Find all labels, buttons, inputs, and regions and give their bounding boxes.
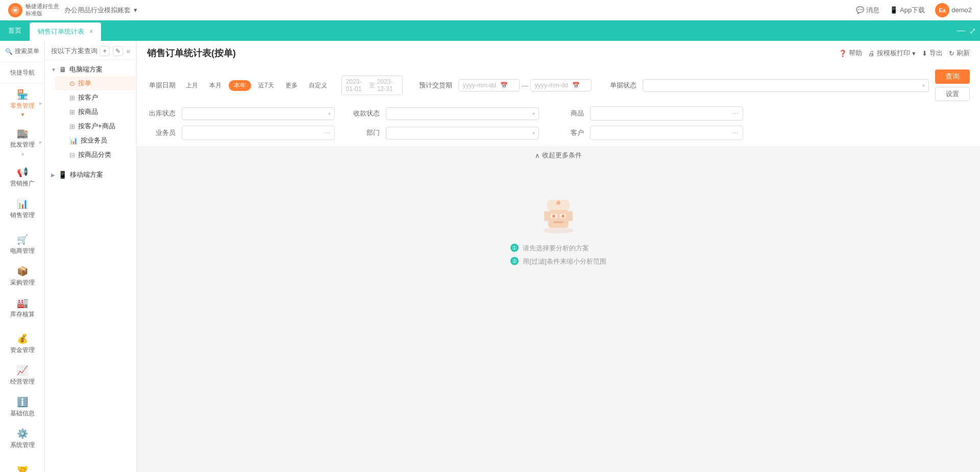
inventory-icon: 🏭: [17, 297, 28, 309]
search-menu-button[interactable]: 🔍 搜索菜单: [5, 45, 39, 58]
scheme-item-by-order[interactable]: ⊙ 按单: [55, 76, 136, 90]
scheme-item-by-goods[interactable]: ⊞ 按商品: [55, 105, 136, 119]
tab-sales-label: 销售订单统计表: [38, 27, 84, 36]
receipt-status-select[interactable]: [386, 107, 539, 120]
tab-sales-order[interactable]: 销售订单统计表 ×: [30, 22, 101, 41]
svg-point-1: [543, 227, 574, 233]
query-button[interactable]: 查询: [935, 69, 970, 84]
collapse-row: ∧ 收起更多条件: [137, 147, 980, 164]
svg-point-11: [556, 201, 560, 205]
scheme-collapse-button[interactable]: «: [126, 47, 130, 55]
shortcut-this-month[interactable]: 本月: [205, 80, 226, 91]
scheme-sub-group: ⊙ 按单 ⊞ 按客户 ⊞ 按商品 ⊞: [45, 76, 136, 162]
app-icon: 📱: [890, 6, 898, 14]
sidebar-item-inventory[interactable]: 🏭 库存核算: [0, 292, 44, 324]
filter-row-2: 出库状态 ▾ 收款状态 ▾ 商品: [147, 106, 970, 121]
sidebar-item-ecommerce[interactable]: 🛒 电商管理: [0, 229, 44, 261]
logo-text: 畅捷通好生意 标准版: [26, 3, 59, 16]
scheme-salesperson-icon: 📊: [69, 137, 78, 145]
scheme-item-label: 按客户: [78, 93, 98, 102]
customer-input-wrap[interactable]: ···: [590, 126, 743, 140]
main-content: 销售订单统计表(按单) ❓ 帮助 🖨 按模板打印 ▾ ⬇ 导出: [137, 41, 980, 472]
help-button[interactable]: ❓ 帮助: [839, 49, 862, 58]
settings-button[interactable]: 设置: [935, 87, 970, 101]
breadcrumb[interactable]: 办公用品行业模拟账套 ▾: [64, 6, 137, 15]
goods-input-wrap[interactable]: ···: [590, 106, 743, 121]
export-button[interactable]: ⬇ 导出: [922, 49, 943, 58]
sidebar-item-basic-info[interactable]: ℹ️ 基础信息: [0, 391, 44, 423]
scheme-panel-title: 按以下方案查询: [51, 46, 97, 56]
export-label: 导出: [929, 49, 943, 58]
sidebar-item-wholesale[interactable]: 🏬 批发管理 ▲: [0, 123, 44, 161]
sidebar-item-operations[interactable]: 📈 经营管理: [0, 360, 44, 391]
sidebar-item-finance[interactable]: 💰 资金管理: [0, 328, 44, 360]
scheme-item-by-category[interactable]: ⊟ 按商品分类: [55, 148, 136, 162]
logo-line2: 标准版: [26, 10, 59, 17]
shortcut-more[interactable]: 更多: [281, 80, 302, 91]
scheme-item-by-salesperson[interactable]: 📊 按业务员: [55, 133, 136, 148]
quick-nav-button[interactable]: 快捷导航: [0, 65, 44, 80]
scheme-panel-header: 按以下方案查询 + ✎ «: [45, 41, 136, 60]
content-area: 按以下方案查询 + ✎ « ▼ 🖥 电脑端方案 ⊙ 按单: [45, 41, 980, 472]
collapse-button[interactable]: ∧ 收起更多条件: [535, 151, 582, 160]
print-label: 按模板打印: [877, 49, 910, 58]
expected-date-start-input[interactable]: yyyy-mm-dd 📅: [458, 79, 520, 91]
sidebar-item-system[interactable]: ⚙️ 系统管理: [0, 423, 44, 455]
dept-select[interactable]: [386, 127, 539, 139]
marketing-icon: 📢: [17, 167, 28, 178]
user-area[interactable]: Ea demo2: [935, 3, 972, 17]
sidebar-item-purchase[interactable]: 📦 采购管理: [0, 261, 44, 292]
scheme-edit-button[interactable]: ✎: [113, 46, 123, 56]
scheme-item-label: 按客户+商品: [78, 122, 115, 131]
shortcut-this-year[interactable]: 本年: [229, 80, 251, 91]
sidebar-item-retail[interactable]: 🏪 零售管理 ▼: [0, 84, 44, 123]
salesperson-input-wrap[interactable]: ···: [182, 126, 335, 140]
mobile-group-label: 移动端方案: [70, 170, 103, 179]
scheme-mobile-group-header[interactable]: ▶ 📱 移动端方案: [45, 168, 136, 181]
ecommerce-icon: 🛒: [17, 234, 28, 245]
scheme-pc-group-header[interactable]: ▼ 🖥 电脑端方案: [45, 63, 136, 76]
breadcrumb-text: 办公用品行业模拟账套: [64, 6, 131, 15]
shortcut-custom[interactable]: 自定义: [305, 80, 331, 91]
collapse-label: 收起更多条件: [542, 151, 582, 160]
scheme-item-label: 按商品分类: [78, 150, 111, 159]
dept-label: 部门: [351, 128, 380, 137]
svg-point-6: [561, 215, 565, 218]
shortcut-7days[interactable]: 近7天: [254, 80, 278, 91]
empty-illustration: [533, 195, 584, 235]
print-button[interactable]: 🖨 按模板打印 ▾: [868, 49, 916, 58]
sidebar-item-marketing[interactable]: 📢 营销推广: [0, 161, 44, 193]
tab-home[interactable]: 首页: [0, 20, 30, 41]
message-button[interactable]: 💬 消息: [856, 6, 879, 15]
sidebar-item-enterprise[interactable]: 🤝 企业协同: [0, 459, 44, 472]
sidebar-item-sales[interactable]: 📊 销售管理: [0, 193, 44, 225]
avatar: Ea: [935, 3, 949, 17]
scheme-panel-actions: + ✎ «: [100, 46, 130, 56]
purchase-icon: 📦: [17, 266, 28, 277]
customer-dots-icon[interactable]: ···: [732, 128, 739, 137]
svg-rect-2: [548, 210, 569, 228]
expected-date-start-placeholder: yyyy-mm-dd: [463, 82, 496, 89]
wholesale-icon: 🏬: [17, 128, 28, 139]
ship-status-select[interactable]: [182, 107, 335, 120]
tab-bar-actions: — ⤢: [957, 26, 980, 36]
expected-date-end-input[interactable]: yyyy-mm-dd 📅: [530, 79, 592, 91]
salesperson-dots-icon[interactable]: ···: [324, 128, 330, 137]
tip-1-text: 请先选择要分析的方案: [523, 244, 589, 253]
logo-svg: [11, 6, 20, 15]
refresh-button[interactable]: ↻ 刷新: [949, 49, 970, 58]
tab-minimize-icon[interactable]: —: [957, 26, 965, 35]
svg-rect-9: [569, 211, 573, 221]
scheme-item-by-customer-goods[interactable]: ⊞ 按客户+商品: [55, 119, 136, 133]
tab-maximize-icon[interactable]: ⤢: [969, 26, 976, 36]
bill-status-label: 单据状态: [608, 81, 636, 90]
empty-tip-1: ① 请先选择要分析的方案: [510, 244, 606, 253]
tab-close-icon[interactable]: ×: [89, 28, 93, 35]
app-download-button[interactable]: 📱 App下载: [890, 6, 925, 15]
shortcut-last-month[interactable]: 上月: [182, 80, 202, 91]
goods-dots-icon[interactable]: ···: [732, 109, 739, 118]
scheme-item-by-customer[interactable]: ⊞ 按客户: [55, 90, 136, 105]
basic-info-icon: ℹ️: [17, 396, 28, 408]
scheme-add-button[interactable]: +: [100, 46, 110, 56]
bill-status-select[interactable]: [643, 79, 929, 92]
